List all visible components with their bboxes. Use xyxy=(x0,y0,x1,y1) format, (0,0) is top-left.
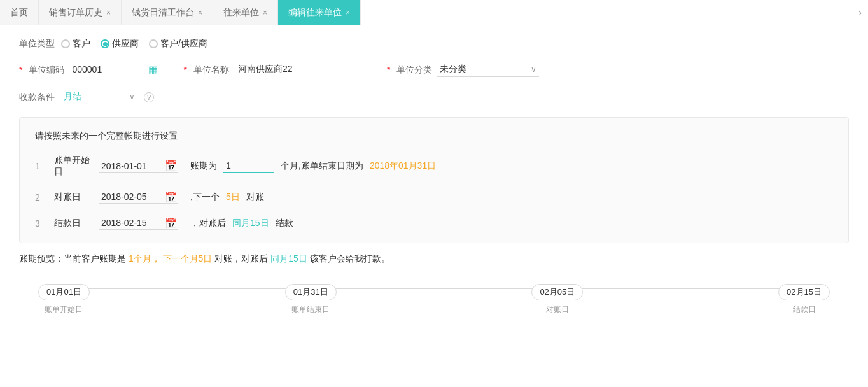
tab-edit-related-unit-label: 编辑往来单位 xyxy=(288,7,342,18)
period-label-1: 账单开始日 xyxy=(54,155,92,178)
unit-info-row: * 单位编码 ▦ * 单位名称 * 单位分类 未分类 ∨ xyxy=(19,62,849,77)
tabs-bar: 首页 销售订单历史 × 钱货日清工作台 × 往来单位 × 编辑往来单位 × › xyxy=(0,0,868,25)
tab-scroll-right[interactable]: › xyxy=(852,7,868,18)
period-date-2[interactable]: 📅 xyxy=(99,190,178,204)
payment-terms-arrow-icon: ∨ xyxy=(129,92,135,101)
tab-sales-order-history[interactable]: 销售订单历史 × xyxy=(39,0,122,25)
tab-related-units-label: 往来单位 xyxy=(223,7,259,18)
preview-part1: 1个月， xyxy=(129,253,160,264)
period-row-2: 2 对账日 📅 ,下一个 5日 对账 xyxy=(35,190,833,204)
radio-supplier-circle xyxy=(101,39,109,48)
page-content: 单位类型 客户 供应商 客户/供应商 * 单位编码 ▦ xyxy=(0,25,868,387)
preview-text: 账期预览：当前客户账期是 1个月， 下一个月5日 对账，对账后 同月15日 该客… xyxy=(19,253,849,265)
period-highlight-3: 同月15日 xyxy=(232,218,269,229)
unit-name-input[interactable] xyxy=(234,63,361,76)
timeline: 01月01日 账单开始日 01月31日 账单结束日 02月05日 对账日 xyxy=(19,278,849,321)
tab-edit-related-unit-close[interactable]: × xyxy=(346,8,350,17)
period-date-1[interactable]: 📅 xyxy=(99,160,178,173)
radio-customer-label: 客户 xyxy=(73,38,90,50)
period-months-input[interactable] xyxy=(223,159,274,173)
timeline-label-1: 账单开始日 xyxy=(45,304,83,315)
period-calendar-icon-2[interactable]: 📅 xyxy=(165,191,178,203)
unit-name-required-star: * xyxy=(183,65,186,75)
period-num-3: 3 xyxy=(35,218,48,229)
unit-code-label: 单位编码 xyxy=(29,64,64,76)
radio-customer-supplier-circle xyxy=(149,39,158,48)
period-suffix-before-2: ,下一个 xyxy=(190,192,220,203)
unit-name-label: 单位名称 xyxy=(193,64,229,76)
payment-terms-label: 收款条件 xyxy=(19,92,55,103)
payment-terms-select[interactable]: 月结 ∨ xyxy=(61,90,137,104)
unit-code-input[interactable] xyxy=(69,63,146,76)
period-date-input-3[interactable] xyxy=(99,216,162,229)
period-calendar-icon-3[interactable]: 📅 xyxy=(165,217,178,229)
preview-middle: 对账，对账后 xyxy=(214,253,268,264)
period-suffix-after-1: 个月,账单结束日期为 xyxy=(281,160,363,172)
payment-terms-value: 月结 xyxy=(64,91,81,102)
preview-section: 账期预览：当前客户账期是 1个月， 下一个月5日 对账，对账后 同月15日 该客… xyxy=(19,253,849,321)
timeline-label-3: 对账日 xyxy=(546,304,569,315)
tab-home-label: 首页 xyxy=(10,7,28,18)
timeline-point-1: 01月01日 账单开始日 xyxy=(38,284,90,315)
unit-category-arrow-icon: ∨ xyxy=(531,65,536,74)
tab-sales-order-history-label: 销售订单历史 xyxy=(49,7,102,18)
radio-supplier[interactable]: 供应商 xyxy=(101,38,139,50)
period-date-input-2[interactable] xyxy=(99,190,162,203)
period-highlight-2: 5日 xyxy=(226,192,240,203)
period-settings-box: 请按照未来的一个完整帐期进行设置 1 账单开始日 📅 账期为 个月,账单结束日期… xyxy=(19,117,849,243)
tab-home[interactable]: 首页 xyxy=(0,0,39,25)
tab-related-units-close[interactable]: × xyxy=(263,8,267,17)
tab-related-units[interactable]: 往来单位 × xyxy=(213,0,278,25)
tab-sales-order-history-close[interactable]: × xyxy=(106,8,111,17)
timeline-badge-3: 02月05日 xyxy=(531,284,583,300)
unit-code-picker-icon[interactable]: ▦ xyxy=(148,64,158,76)
preview-part3: 同月15日 xyxy=(270,253,307,264)
unit-category-select[interactable]: 未分类 ∨ xyxy=(437,62,539,77)
period-suffix-after-3: 结款 xyxy=(276,218,293,229)
timeline-label-2: 账单结束日 xyxy=(291,304,330,315)
period-suffix-before-1: 账期为 xyxy=(190,160,217,172)
timeline-point-4: 02月15日 结款日 xyxy=(778,284,830,315)
radio-customer-circle xyxy=(61,39,70,48)
radio-customer[interactable]: 客户 xyxy=(61,38,90,50)
unit-type-row: 单位类型 客户 供应商 客户/供应商 xyxy=(19,38,849,50)
unit-code-field[interactable]: ▦ xyxy=(69,63,158,76)
period-date-input-1[interactable] xyxy=(99,160,162,172)
preview-end: 该客户会给我打款。 xyxy=(310,253,390,264)
unit-type-label: 单位类型 xyxy=(19,38,55,50)
radio-customer-supplier-label: 客户/供应商 xyxy=(160,38,207,50)
period-settings-title: 请按照未来的一个完整帐期进行设置 xyxy=(35,130,833,142)
timeline-badge-1: 01月01日 xyxy=(38,284,90,300)
preview-part2: 下一个月5日 xyxy=(163,253,213,264)
timeline-label-4: 结款日 xyxy=(793,304,816,315)
radio-supplier-label: 供应商 xyxy=(112,38,139,50)
unit-type-radio-group: 客户 供应商 客户/供应商 xyxy=(61,38,207,50)
period-suffix-after-2: 对账 xyxy=(246,192,264,203)
period-num-1: 1 xyxy=(35,161,48,171)
unit-category-label: 单位分类 xyxy=(396,64,432,76)
period-num-2: 2 xyxy=(35,192,48,202)
unit-category-value: 未分类 xyxy=(440,64,466,75)
timeline-badge-2: 01月31日 xyxy=(285,284,337,300)
preview-label: 账期预览：当前客户账期是 xyxy=(19,253,126,264)
period-date-3[interactable]: 📅 xyxy=(99,216,178,230)
period-end-date-1: 2018年01月31日 xyxy=(370,160,436,172)
payment-terms-row: 收款条件 月结 ∨ ? xyxy=(19,90,849,104)
tab-edit-related-unit[interactable]: 编辑往来单位 × xyxy=(278,0,361,25)
unit-code-required-star: * xyxy=(19,65,22,75)
unit-category-required-star: * xyxy=(387,65,390,75)
period-calendar-icon-1[interactable]: 📅 xyxy=(165,160,178,172)
tab-cashflow-workbench[interactable]: 钱货日清工作台 × xyxy=(122,0,213,25)
tab-cashflow-workbench-close[interactable]: × xyxy=(198,8,202,17)
period-label-3: 结款日 xyxy=(54,218,92,229)
period-row-1: 1 账单开始日 📅 账期为 个月,账单结束日期为 2018年01月31日 xyxy=(35,155,833,178)
timeline-points: 01月01日 账单开始日 01月31日 账单结束日 02月05日 对账日 xyxy=(38,284,830,315)
timeline-point-3: 02月05日 对账日 xyxy=(531,284,583,315)
timeline-badge-4: 02月15日 xyxy=(778,284,830,300)
payment-terms-help-icon[interactable]: ? xyxy=(144,92,154,102)
tab-cashflow-workbench-label: 钱货日清工作台 xyxy=(132,7,194,18)
timeline-point-2: 01月31日 账单结束日 xyxy=(285,284,337,315)
radio-customer-supplier[interactable]: 客户/供应商 xyxy=(149,38,207,50)
period-row-3: 3 结款日 📅 ，对账后 同月15日 结款 xyxy=(35,216,833,230)
period-suffix-before-3: ，对账后 xyxy=(190,218,226,229)
